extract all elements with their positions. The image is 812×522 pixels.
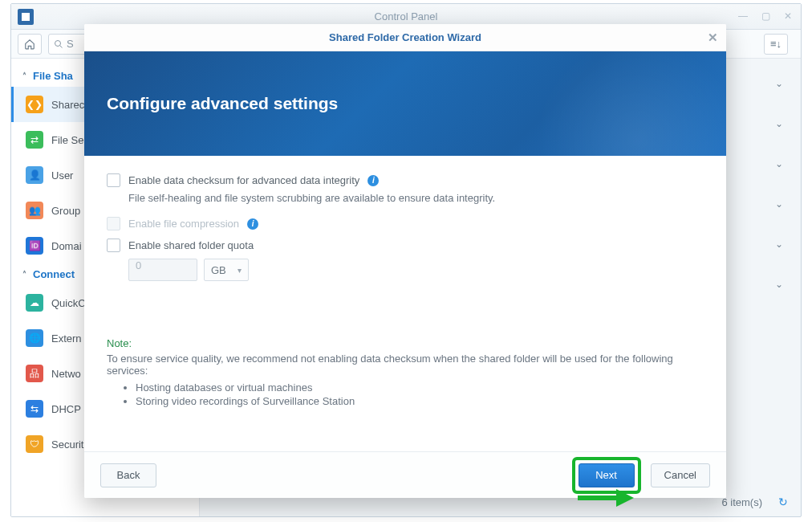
chevron-down-icon[interactable]: ⌄ [775, 158, 783, 169]
back-button[interactable]: Back [100, 463, 156, 487]
shared-folder-wizard-dialog: Shared Folder Creation Wizard ✕ Configur… [84, 24, 726, 498]
refresh-button[interactable]: ↻ [778, 495, 788, 508]
sort-button[interactable]: ≡↓ [764, 34, 788, 55]
chevron-up-icon: ˄ [22, 270, 26, 279]
info-icon[interactable]: i [247, 218, 258, 230]
checksum-description: File self-healing and file system scrubb… [128, 192, 704, 204]
shield-icon: 🛡 [26, 435, 43, 453]
chevron-down-icon[interactable]: ⌄ [775, 198, 783, 210]
dialog-heading: Configure advanced settings [107, 94, 338, 113]
note-bullet: Hosting databases or virtual machines [136, 381, 704, 394]
window-title: Control Panel [375, 10, 438, 22]
chevron-down-icon[interactable]: ⌄ [775, 118, 783, 129]
group-icon: 👥 [26, 202, 43, 219]
note-intro: To ensure service quality, we recommend … [107, 353, 704, 377]
checksum-label: Enable data checksum for advanced data i… [128, 174, 359, 186]
dhcp-icon: ⇆ [26, 400, 43, 418]
row-chevrons: ⌄ ⌄ ⌄ ⌄ ⌄ ⌄ [775, 78, 783, 290]
network-icon: 品 [26, 365, 43, 382]
item-count: 6 item(s) [721, 496, 762, 508]
checksum-checkbox[interactable] [107, 173, 120, 187]
note-heading: Note: [107, 337, 704, 349]
chevron-down-icon[interactable]: ⌄ [775, 239, 783, 250]
option-quota[interactable]: Enable shared folder quota [107, 239, 704, 252]
chevron-down-icon: ▾ [238, 266, 242, 275]
chevron-up-icon: ˄ [22, 71, 26, 80]
cancel-button[interactable]: Cancel [651, 463, 710, 487]
shared-folder-icon: ❮❯ [26, 96, 43, 113]
dialog-titlebar: Shared Folder Creation Wizard ✕ [84, 24, 726, 51]
compression-checkbox [107, 217, 120, 230]
chevron-down-icon[interactable]: ⌄ [775, 78, 783, 89]
next-button-highlight: Next [572, 457, 641, 494]
note-bullet: Storing video recordings of Surveillance… [136, 395, 704, 407]
dialog-hero: Configure advanced settings [84, 51, 726, 156]
option-checksum[interactable]: Enable data checksum for advanced data i… [107, 173, 704, 187]
search-placeholder: S [67, 38, 74, 50]
dialog-body: Enable data checksum for advanced data i… [84, 156, 726, 451]
svg-point-0 [55, 40, 61, 46]
minimize-button[interactable]: — [735, 9, 751, 23]
svg-line-1 [60, 45, 63, 47]
option-compression: Enable file compression i [107, 217, 704, 230]
user-icon: 👤 [26, 166, 43, 184]
quota-label: Enable shared folder quota [128, 239, 254, 251]
domain-icon: 🆔 [26, 237, 43, 255]
quota-value-input[interactable]: 0 [128, 259, 197, 281]
next-button[interactable]: Next [579, 463, 635, 487]
quota-checkbox[interactable] [107, 239, 120, 252]
globe-icon: 🌐 [26, 329, 43, 347]
maximize-button[interactable]: ▢ [757, 9, 773, 23]
close-window-button[interactable]: ✕ [780, 9, 796, 23]
dialog-title: Shared Folder Creation Wizard [329, 31, 481, 43]
close-dialog-button[interactable]: ✕ [708, 31, 718, 45]
compression-label: Enable file compression [128, 218, 239, 230]
note-block: Note: To ensure service quality, we reco… [107, 337, 704, 407]
cloud-icon: ☁ [26, 294, 43, 312]
chevron-down-icon[interactable]: ⌄ [775, 279, 783, 290]
home-button[interactable] [18, 34, 42, 55]
dialog-footer: Back Next Cancel [84, 451, 726, 498]
quota-unit-select[interactable]: GB ▾ [204, 259, 249, 281]
app-icon [18, 9, 34, 25]
info-icon[interactable]: i [367, 175, 379, 186]
file-services-icon: ⇄ [26, 131, 43, 149]
